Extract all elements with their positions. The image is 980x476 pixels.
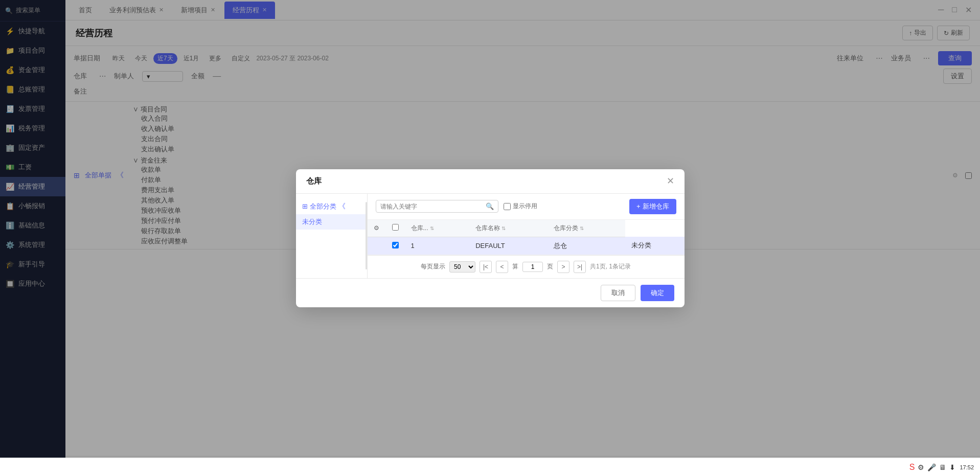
time-display: 17:52 [960,464,974,470]
column-settings-icon[interactable]: ⚙ [374,224,379,232]
show-disabled-checkbox[interactable] [504,203,511,210]
all-category-label[interactable]: 全部分类 [310,202,336,211]
left-panel: ⊞ 全部分类 《 未分类 [296,194,368,278]
page-label: 算 [512,262,518,271]
first-page-button[interactable]: |< [480,261,492,273]
row-checkbox [386,237,405,255]
search-icon: 🔍 [486,202,494,210]
taskbar-icon-1[interactable]: S [909,463,915,472]
row-category: 未分类 [625,237,685,255]
th-warehouse-category: 仓库分类 ⇅ [548,220,625,237]
category-item-label: 未分类 [302,218,322,225]
collapse-button[interactable]: 《 [338,202,346,211]
taskbar-icon-4[interactable]: 🖥 [939,463,946,471]
dialog-body: ⊞ 全部分类 《 未分类 🔍 [296,194,685,278]
taskbar-icons: S ⚙ 🎤 🖥 ⬇ [909,463,956,472]
th-warehouse-code: 仓库... ⇅ [405,220,470,237]
dialog-pagination: 每页显示 50 100 |< < 算 页 > >| 共1页, 1条记录 [368,255,685,278]
dialog-footer: 取消 确定 [296,278,685,307]
th-warehouse-category-label[interactable]: 仓库分类 [554,224,578,233]
row-name: 总仓 [548,237,625,255]
last-page-button[interactable]: >| [574,261,586,273]
row-num: 1 [405,237,470,255]
sort-warehouse-category-icon: ⇅ [580,225,584,231]
page-summary: 共1页, 1条记录 [590,262,631,271]
warehouse-table: ⚙ 仓库... ⇅ [368,220,685,255]
select-all-checkbox[interactable] [392,224,399,231]
prev-page-button[interactable]: < [496,261,508,273]
th-warehouse-name: 仓库名称 ⇅ [469,220,547,237]
row-select-checkbox[interactable] [392,242,399,248]
left-scrollbar [366,202,367,269]
dialog-title: 仓库 [306,176,322,186]
taskbar-time: 17:52 [960,464,974,470]
taskbar: S ⚙ 🎤 🖥 ⬇ 17:52 [0,458,980,476]
dialog-close-button[interactable]: ✕ [667,176,674,186]
table-row[interactable]: 1 DEFAULT 总仓 未分类 [368,237,685,255]
category-grid-icon: ⊞ [302,202,308,210]
modal-overlay: 仓库 ✕ ⊞ 全部分类 《 未分类 [0,0,980,476]
next-page-button[interactable]: > [557,261,569,273]
search-box: 🔍 [376,200,498,213]
sort-warehouse-code-icon: ⇅ [430,225,434,231]
right-panel: 🔍 显示停用 + 新增仓库 [368,194,685,278]
taskbar-icon-5[interactable]: ⬇ [949,463,955,471]
dialog-page-input[interactable] [522,262,543,272]
dialog-header: 仓库 ✕ [296,169,685,194]
right-toolbar: 🔍 显示停用 + 新增仓库 [368,194,685,220]
dialog-page-size-select[interactable]: 50 100 [449,261,475,273]
confirm-button[interactable]: 确定 [641,285,674,301]
th-checkbox [386,220,405,237]
category-item-unclassified[interactable]: 未分类 [296,214,367,230]
left-panel-header: ⊞ 全部分类 《 [296,199,367,214]
warehouse-dialog: 仓库 ✕ ⊞ 全部分类 《 未分类 [296,169,685,307]
taskbar-icon-2[interactable]: ⚙ [918,463,924,471]
th-warehouse-name-label[interactable]: 仓库名称 [475,224,500,233]
th-warehouse-code-label[interactable]: 仓库... [411,224,428,233]
row-code: DEFAULT [469,237,547,255]
th-settings: ⚙ [368,220,386,237]
show-disabled-label: 显示停用 [513,202,537,211]
sort-warehouse-name-icon: ⇅ [502,225,506,231]
show-disabled-control: 显示停用 [504,202,537,211]
page-unit: 页 [547,262,553,271]
add-warehouse-button[interactable]: + 新增仓库 [629,199,676,214]
per-page-label: 每页显示 [421,262,445,271]
cancel-button[interactable]: 取消 [601,285,635,301]
search-input[interactable] [380,203,484,210]
taskbar-icon-3[interactable]: 🎤 [927,463,936,471]
add-warehouse-label: 新增仓库 [643,202,669,211]
add-icon: + [636,202,641,210]
row-settings [368,237,386,255]
